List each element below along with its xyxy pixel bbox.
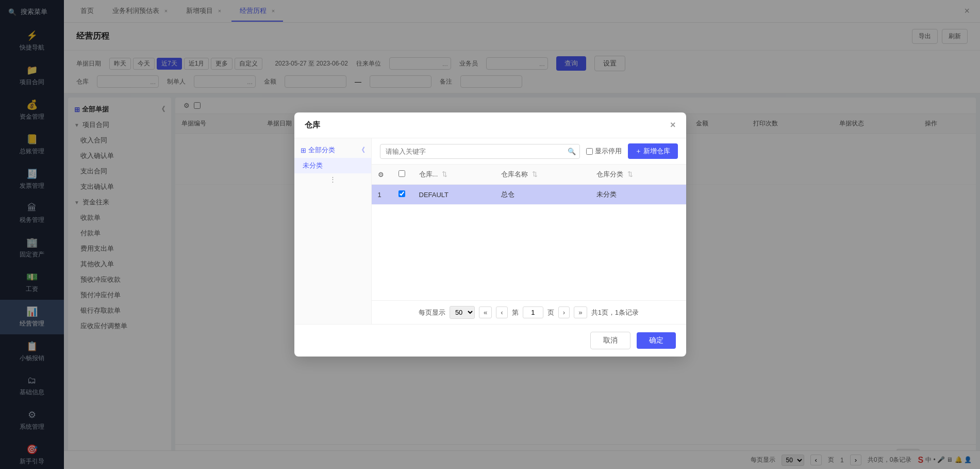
add-warehouse-button[interactable]: ＋ 新增仓库 bbox=[628, 143, 678, 159]
dialog-footer: 取消 确定 bbox=[294, 324, 686, 357]
all-category-header[interactable]: ⊞ 全部分类 《 bbox=[294, 142, 371, 158]
modal-overlay: 仓库 × ⊞ 全部分类 《 未分类 ⋮ bbox=[0, 0, 980, 469]
row-checkbox[interactable] bbox=[398, 190, 405, 197]
all-category-label: 全部分类 bbox=[308, 145, 335, 155]
dialog-table-row[interactable]: 1 DEFAULT 总仓 未分类 bbox=[372, 185, 686, 205]
show-disabled-checkbox[interactable] bbox=[586, 148, 593, 155]
col-settings: ⚙ bbox=[372, 165, 392, 185]
dialog-close-button[interactable]: × bbox=[670, 120, 676, 131]
dialog-table-wrapper: ⚙ 仓库... ⇅ 仓库名称 bbox=[372, 165, 686, 300]
show-disabled-label[interactable]: 显示停用 bbox=[586, 147, 622, 156]
category-item-unclassified[interactable]: 未分类 bbox=[294, 158, 371, 173]
dialog-first-page[interactable]: « bbox=[479, 306, 492, 318]
dialog-select-all[interactable] bbox=[398, 170, 405, 177]
col-warehouse-category: 仓库分类 ⇅ bbox=[590, 165, 686, 185]
dialog-pagination: 每页显示 50 « ‹ 第 页 › » 共1页，1条记录 bbox=[372, 300, 686, 324]
dialog-table: ⚙ 仓库... ⇅ 仓库名称 bbox=[372, 165, 686, 205]
row-category: 未分类 bbox=[590, 185, 686, 205]
warehouse-search-input[interactable] bbox=[380, 144, 580, 159]
category-panel: ⊞ 全部分类 《 未分类 ⋮ bbox=[294, 138, 372, 324]
search-wrap: 🔍 bbox=[380, 144, 580, 159]
sort-icon-name[interactable]: ⇅ bbox=[532, 170, 538, 178]
dialog-table-panel: 🔍 显示停用 ＋ 新增仓库 ⚙ bbox=[372, 138, 686, 324]
row-checkbox-cell bbox=[392, 185, 413, 205]
dialog-search-bar: 🔍 显示停用 ＋ 新增仓库 bbox=[372, 138, 686, 165]
sort-icon-code[interactable]: ⇅ bbox=[442, 170, 447, 178]
dialog-body: ⊞ 全部分类 《 未分类 ⋮ 🔍 bbox=[294, 138, 686, 324]
dialog-prev-page[interactable]: ‹ bbox=[496, 306, 507, 318]
dialog-last-page[interactable]: » bbox=[574, 306, 587, 318]
row-name: 总仓 bbox=[495, 185, 590, 205]
scroll-indicator: ⋮ bbox=[294, 173, 371, 185]
dialog-title: 仓库 bbox=[305, 120, 320, 130]
dialog-total: 共1页，1条记录 bbox=[591, 308, 639, 317]
dialog-page-input[interactable] bbox=[523, 306, 543, 318]
col-warehouse-code: 仓库... ⇅ bbox=[413, 165, 495, 185]
sort-icon-category[interactable]: ⇅ bbox=[627, 170, 633, 178]
dialog-header: 仓库 × bbox=[294, 112, 686, 138]
dialog-page-label: 第 bbox=[512, 308, 519, 317]
dialog-next-page[interactable]: › bbox=[558, 306, 570, 318]
col-warehouse-name: 仓库名称 ⇅ bbox=[495, 165, 590, 185]
row-code: DEFAULT bbox=[413, 185, 495, 205]
category-collapse-icon[interactable]: 《 bbox=[358, 145, 365, 155]
confirm-button[interactable]: 确定 bbox=[637, 332, 676, 349]
dialog-page-suffix: 页 bbox=[547, 308, 554, 317]
dialog-page-size[interactable]: 50 bbox=[450, 306, 475, 319]
col-checkbox bbox=[392, 165, 413, 185]
row-num: 1 bbox=[372, 185, 392, 205]
grid-icon: ⊞ bbox=[301, 147, 306, 154]
search-icon: 🔍 bbox=[568, 148, 576, 155]
settings-icon[interactable]: ⚙ bbox=[378, 171, 384, 179]
warehouse-dialog: 仓库 × ⊞ 全部分类 《 未分类 ⋮ bbox=[294, 112, 686, 357]
dialog-size-label: 每页显示 bbox=[419, 308, 445, 317]
cancel-button[interactable]: 取消 bbox=[590, 332, 630, 349]
scroll-down-icon: ⋮ bbox=[329, 175, 336, 183]
